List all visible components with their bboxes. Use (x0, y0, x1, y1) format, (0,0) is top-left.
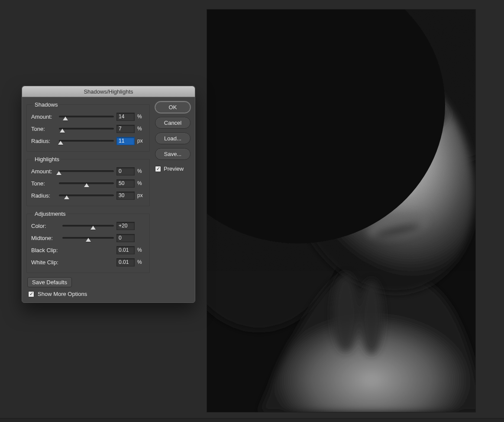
slider-thumb-icon (60, 129, 65, 133)
slider-thumb-icon (86, 238, 91, 242)
slider-thumb-icon (64, 195, 69, 199)
highlights-radius-row: Radius: px (31, 189, 145, 201)
show-more-options-checkbox[interactable] (28, 291, 34, 297)
adjustments-group: Adjustments Color: Midtone: (26, 211, 150, 273)
load-label: Load... (164, 135, 181, 142)
white-clip-row: White Clip: % (31, 256, 145, 268)
svg-point-9 (360, 280, 383, 354)
save-button[interactable]: Save... (155, 148, 191, 160)
color-slider[interactable] (62, 222, 114, 230)
document-image-preview[interactable] (207, 10, 475, 412)
dialog-titlebar[interactable]: Shadows/Highlights (22, 86, 195, 97)
highlights-radius-label: Radius: (31, 192, 56, 199)
svg-point-8 (333, 274, 359, 352)
black-clip-input[interactable] (116, 246, 135, 254)
dialog-title: Shadows/Highlights (84, 88, 133, 95)
unit-label: % (137, 168, 145, 174)
shadows-radius-label: Radius: (31, 138, 56, 144)
shadows-tone-label: Tone: (31, 126, 56, 132)
highlights-group: Highlights Amount: % Tone: (26, 156, 150, 206)
shadows-group: Shadows Amount: % Tone: (26, 101, 150, 152)
highlights-legend: Highlights (33, 156, 61, 162)
unit-label: % (137, 114, 145, 120)
midtone-label: Midtone: (31, 235, 60, 241)
white-clip-input[interactable] (116, 258, 135, 266)
cancel-button[interactable]: Cancel (155, 117, 191, 129)
save-defaults-button[interactable]: Save Defaults (27, 277, 72, 287)
cancel-label: Cancel (164, 120, 181, 126)
ok-button[interactable]: OK (155, 101, 191, 113)
highlights-amount-slider[interactable] (59, 167, 114, 175)
unit-label: % (137, 259, 145, 265)
highlights-tone-slider[interactable] (59, 179, 114, 187)
ok-label: OK (169, 104, 177, 110)
highlights-amount-input[interactable] (116, 167, 135, 175)
white-clip-label: White Clip: (31, 259, 60, 266)
slider-thumb-icon (56, 171, 61, 175)
shadows-amount-input[interactable] (116, 113, 135, 121)
midtone-slider[interactable] (62, 234, 114, 242)
show-more-options-label: Show More Options (38, 291, 87, 297)
shadows-tone-input[interactable] (116, 125, 135, 133)
slider-thumb-icon (84, 183, 89, 187)
slider-thumb-icon (58, 141, 63, 145)
unit-label: px (137, 138, 145, 144)
save-defaults-label: Save Defaults (32, 279, 67, 286)
color-input[interactable] (116, 222, 135, 230)
load-button[interactable]: Load... (155, 133, 191, 144)
adjustments-legend: Adjustments (33, 211, 68, 217)
shadows-radius-input[interactable] (116, 137, 135, 145)
midtone-row: Midtone: (31, 232, 145, 244)
black-clip-row: Black Clip: % (31, 244, 145, 256)
unit-label: px (137, 192, 145, 198)
midtone-input[interactable] (116, 234, 135, 242)
shadows-tone-slider[interactable] (59, 125, 114, 133)
highlights-tone-input[interactable] (116, 179, 135, 188)
highlights-amount-label: Amount: (31, 168, 56, 175)
shadows-amount-row: Amount: % (31, 110, 145, 123)
unit-label: % (137, 126, 145, 132)
unit-label: % (137, 180, 145, 186)
highlights-amount-row: Amount: % (31, 165, 145, 177)
preview-label: Preview (164, 166, 184, 172)
highlights-radius-slider[interactable] (59, 192, 114, 199)
shadows-tone-row: Tone: % (31, 123, 145, 135)
save-label: Save... (164, 151, 181, 157)
highlights-tone-row: Tone: % (31, 177, 145, 189)
color-row: Color: (31, 220, 145, 232)
shadows-amount-label: Amount: (31, 114, 56, 120)
shadows-legend: Shadows (33, 101, 59, 108)
shadows-radius-row: Radius: px (31, 135, 145, 147)
black-clip-label: Black Clip: (31, 247, 60, 253)
unit-label: % (137, 247, 145, 253)
color-label: Color: (31, 223, 60, 229)
shadows-amount-slider[interactable] (59, 113, 114, 120)
shadows-radius-slider[interactable] (59, 137, 114, 145)
slider-thumb-icon (90, 226, 96, 230)
slider-thumb-icon (63, 117, 68, 120)
preview-checkbox[interactable] (155, 166, 161, 172)
highlights-radius-input[interactable] (116, 192, 135, 200)
highlights-tone-label: Tone: (31, 180, 56, 187)
shadows-highlights-dialog: Shadows/Highlights Shadows Amount: % Ton… (22, 86, 195, 303)
